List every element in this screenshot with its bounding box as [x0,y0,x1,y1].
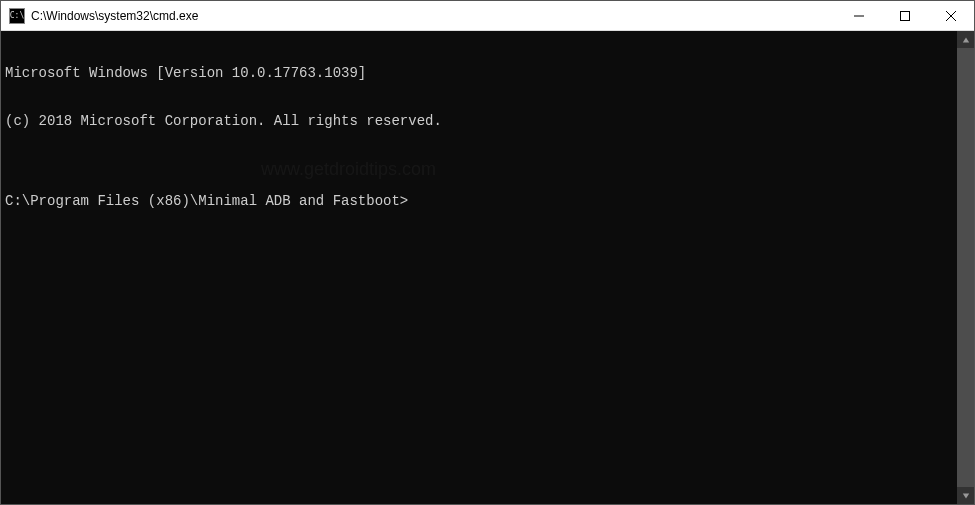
scroll-track[interactable] [957,48,974,487]
minimize-button[interactable] [836,1,882,30]
terminal[interactable]: Microsoft Windows [Version 10.0.17763.10… [1,31,957,504]
prompt-text: C:\Program Files (x86)\Minimal ADB and F… [5,193,408,209]
vertical-scrollbar[interactable] [957,31,974,504]
scroll-thumb[interactable] [957,48,974,487]
cmd-window: C:\ C:\Windows\system32\cmd.exe Microsof… [0,0,975,505]
maximize-button[interactable] [882,1,928,30]
scroll-up-button[interactable] [957,31,974,48]
titlebar[interactable]: C:\ C:\Windows\system32\cmd.exe [1,1,974,31]
watermark: www.getdroidtips.com [261,161,436,177]
terminal-line: Microsoft Windows [Version 10.0.17763.10… [5,65,953,81]
terminal-line: (c) 2018 Microsoft Corporation. All righ… [5,113,953,129]
svg-marker-5 [962,493,968,498]
scroll-down-button[interactable] [957,487,974,504]
svg-rect-1 [901,11,910,20]
terminal-area: Microsoft Windows [Version 10.0.17763.10… [1,31,974,504]
window-title: C:\Windows\system32\cmd.exe [31,9,836,23]
cmd-icon: C:\ [9,8,25,24]
close-button[interactable] [928,1,974,30]
prompt-line: C:\Program Files (x86)\Minimal ADB and F… [5,193,953,209]
window-controls [836,1,974,30]
svg-marker-4 [962,37,968,42]
